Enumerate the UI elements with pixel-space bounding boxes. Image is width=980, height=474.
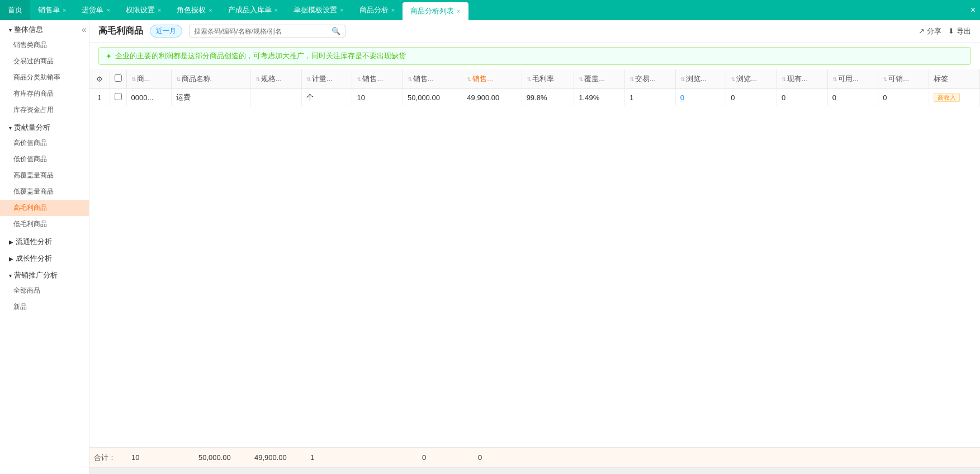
nav-template-close[interactable]: ×: [340, 7, 343, 13]
nav-roles-close[interactable]: ×: [209, 7, 212, 13]
cell-sales-amount: 50,000.00: [403, 89, 462, 106]
sidebar-group-liquidity[interactable]: ▶ 流通性分析: [0, 232, 89, 249]
top-navigation: 首页 销售单 × 进货单 × 权限设置 × 角色授权 × 产成品入库单 × 单据…: [0, 0, 980, 20]
col-trade[interactable]: ⇅交易...: [625, 69, 676, 89]
footer-sales-amount: 50,000.00: [194, 453, 250, 462]
col-tag[interactable]: 标签: [929, 69, 979, 89]
main-container: « ▾ 整体信息 销售类商品 交易过的商品 商品分类助销率 有库存的商品 库存资…: [0, 20, 980, 474]
sidebar: « ▾ 整体信息 销售类商品 交易过的商品 商品分类助销率 有库存的商品 库存资…: [0, 20, 89, 474]
sidebar-item-stock-goods[interactable]: 有库存的商品: [0, 86, 89, 102]
nav-purchase[interactable]: 进货单 ×: [74, 0, 117, 20]
sidebar-item-stock-fund[interactable]: 库存资金占用: [0, 102, 89, 118]
col-unit[interactable]: ⇅计量...: [301, 69, 352, 89]
col-saleable[interactable]: ⇅可销...: [878, 69, 929, 89]
share-button[interactable]: ↗ 分享: [919, 26, 941, 36]
sidebar-item-traded-goods[interactable]: 交易过的商品: [0, 53, 89, 69]
search-icon[interactable]: 🔍: [332, 27, 340, 35]
sidebar-item-low-margin[interactable]: 低毛利商品: [0, 216, 89, 232]
col-current[interactable]: ⇅现有...: [777, 69, 827, 89]
col-sales-amount[interactable]: ⇅销售...: [403, 69, 462, 89]
table-footer: 合计： 10 50,000.00 49,900.00 1 0 0: [89, 447, 980, 467]
cell-code: 0000...: [126, 89, 172, 106]
col-available[interactable]: ⇅可用...: [827, 69, 878, 89]
sidebar-group-marketing[interactable]: ▾ 营销推广分析: [0, 266, 89, 283]
sidebar-item-high-coverage[interactable]: 高覆盖量商品: [0, 167, 89, 184]
notice-bar: ✦ 企业的主要的利润都是这部分商品创造的，可考虑加大推广，同时关注库存是不要出现…: [98, 47, 971, 65]
cell-trade: 1: [625, 89, 676, 106]
sidebar-item-low-coverage[interactable]: 低覆盖量商品: [0, 184, 89, 200]
notice-icon: ✦: [106, 52, 112, 60]
nav-goods-analysis[interactable]: 商品分析 ×: [352, 0, 403, 20]
footer-trade: 1: [306, 453, 418, 462]
nav-goods-analysis-close[interactable]: ×: [391, 7, 395, 13]
cell-browse1[interactable]: 0: [675, 89, 726, 106]
footer-cells: 10 50,000.00 49,900.00 1 0 0: [127, 453, 529, 462]
nav-sales[interactable]: 销售单 ×: [30, 0, 74, 20]
nav-purchase-close[interactable]: ×: [106, 7, 110, 13]
group-overview-arrow: ▾: [9, 27, 12, 33]
cell-sales-qty: 10: [352, 89, 403, 106]
col-name[interactable]: ⇅商品名称: [172, 69, 251, 89]
row-checkbox[interactable]: [115, 93, 122, 100]
col-coverage[interactable]: ⇅覆盖...: [574, 69, 625, 89]
table-container: ⚙ ⇅商... ⇅商品名称 ⇅规格... ⇅计量... ⇅销售... ⇅销售..…: [89, 69, 980, 447]
col-code[interactable]: ⇅商...: [126, 69, 172, 89]
nav-home[interactable]: 首页: [0, 0, 30, 20]
footer-label: 合计：: [94, 453, 116, 463]
search-box: 🔍: [189, 25, 345, 37]
cell-browse2: 0: [726, 89, 777, 106]
nav-roles[interactable]: 角色授权 ×: [169, 0, 220, 20]
sidebar-item-new-goods[interactable]: 新品: [0, 299, 89, 315]
content-header: 高毛利商品 近一月 🔍 ↗ 分享 ⬇ 导出: [89, 20, 980, 43]
col-browse1[interactable]: ⇅浏览...: [675, 69, 726, 89]
settings-icon[interactable]: ⚙: [96, 75, 103, 83]
cell-sales-profit: 49,900.00: [462, 89, 522, 106]
filter-tag-recent-month[interactable]: 近一月: [150, 25, 182, 37]
sidebar-item-high-value[interactable]: 高价值商品: [0, 135, 89, 151]
nav-goods-analysis-list[interactable]: 商品分析列表 ×: [403, 2, 468, 20]
tag-badge: 高收入: [934, 93, 960, 102]
nav-permissions[interactable]: 权限设置 ×: [118, 0, 169, 20]
nav-production-close[interactable]: ×: [274, 7, 278, 13]
sidebar-group-contribution[interactable]: ▾ 贡献量分析: [0, 118, 89, 135]
col-sales-profit[interactable]: ⇅销售...: [462, 69, 522, 89]
search-input[interactable]: [194, 27, 332, 35]
nav-sales-close[interactable]: ×: [63, 7, 66, 13]
cell-gross-rate: 99.8%: [522, 89, 574, 106]
col-browse2[interactable]: ⇅浏览...: [726, 69, 777, 89]
nav-goods-analysis-list-close[interactable]: ×: [457, 8, 460, 15]
cell-saleable: 0: [878, 89, 929, 106]
sidebar-group-overview[interactable]: ▾ 整体信息: [0, 20, 89, 37]
sidebar-item-high-margin[interactable]: 高毛利商品: [0, 200, 89, 216]
horizontal-scrollbar[interactable]: [89, 467, 980, 474]
footer-saleable: 0: [474, 453, 529, 462]
sidebar-group-growth[interactable]: ▶ 成长性分析: [0, 249, 89, 266]
nav-permissions-close[interactable]: ×: [158, 7, 161, 13]
cell-available: 0: [827, 89, 878, 106]
sidebar-item-sales-goods[interactable]: 销售类商品: [0, 37, 89, 53]
select-all-checkbox[interactable]: [115, 74, 122, 82]
close-all-tabs-icon[interactable]: ×: [970, 5, 976, 15]
export-icon: ⬇: [948, 27, 954, 35]
col-gross-rate[interactable]: ⇅毛利率: [522, 69, 574, 89]
footer-sales-qty: 10: [127, 453, 194, 462]
nav-production[interactable]: 产成品入库单 ×: [220, 0, 286, 20]
col-spec[interactable]: ⇅规格...: [251, 69, 302, 89]
col-sales-qty[interactable]: ⇅销售...: [352, 69, 403, 89]
col-checkbox[interactable]: [110, 69, 126, 89]
export-button[interactable]: ⬇ 导出: [948, 26, 971, 36]
nav-template[interactable]: 单据模板设置 ×: [286, 0, 351, 20]
cell-current: 0: [777, 89, 827, 106]
footer-browse2: 0: [418, 453, 474, 462]
group-contribution-arrow: ▾: [9, 125, 12, 131]
sidebar-item-low-value[interactable]: 低价值商品: [0, 151, 89, 167]
cell-unit: 个: [301, 89, 352, 106]
sidebar-item-all-goods[interactable]: 全部商品: [0, 283, 89, 299]
table-row: 1 0000... 运费 个 10 50,000.00 49,900.00 99…: [89, 89, 980, 106]
sidebar-collapse-button[interactable]: «: [82, 25, 87, 35]
sidebar-item-category-rate[interactable]: 商品分类助销率: [0, 69, 89, 86]
group-marketing-arrow: ▾: [9, 273, 12, 279]
col-settings[interactable]: ⚙: [89, 69, 110, 89]
cell-checkbox[interactable]: [110, 89, 126, 106]
cell-spec: [251, 89, 302, 106]
